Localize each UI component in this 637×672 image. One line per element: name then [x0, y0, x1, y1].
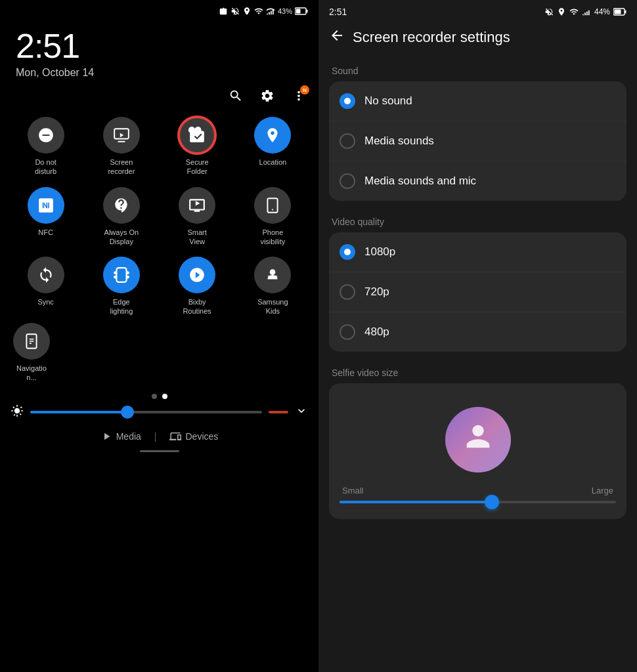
- nfc-icon: [28, 187, 64, 224]
- selfie-slider-thumb[interactable]: [485, 495, 499, 509]
- option-text-no-sound: No sound: [364, 94, 412, 108]
- tile-label-location: Location: [259, 158, 287, 167]
- brightness-bar: [0, 399, 318, 425]
- svg-point-9: [272, 209, 273, 210]
- tile-location[interactable]: Location: [240, 117, 305, 177]
- top-action-icons: N: [0, 81, 318, 110]
- size-labels: Small Large: [340, 486, 616, 495]
- tile-label-dnd: Do notdisturb: [35, 158, 56, 177]
- page-title: Screen recorder settings: [353, 29, 510, 46]
- tile-screen-recorder[interactable]: Screenrecorder: [89, 117, 154, 177]
- battery-text-right: 44%: [594, 7, 610, 16]
- tile-nfc[interactable]: NFC: [13, 187, 78, 247]
- sound-option-media-mic[interactable]: Media sounds and mic: [329, 161, 626, 201]
- sound-option-media[interactable]: Media sounds: [329, 121, 626, 161]
- secure-folder-icon: [179, 117, 215, 154]
- edge-lighting-icon: [103, 257, 140, 293]
- radio-720p[interactable]: [340, 284, 355, 300]
- tile-secure-folder[interactable]: SecureFolder: [165, 117, 230, 177]
- tile-do-not-disturb[interactable]: Do notdisturb: [13, 117, 78, 177]
- tile-label-nfc: NFC: [38, 228, 53, 237]
- video-option-1080[interactable]: 1080p: [329, 232, 626, 272]
- notification-badge: N: [300, 85, 309, 94]
- settings-button[interactable]: [258, 87, 276, 105]
- brightness-thumb[interactable]: [121, 406, 134, 419]
- tile-label-samsung-kids: SamsungKids: [257, 297, 288, 316]
- sound-option-no-sound[interactable]: No sound: [329, 81, 626, 121]
- svg-rect-0: [267, 14, 268, 15]
- video-option-480[interactable]: 480p: [329, 312, 626, 352]
- search-button[interactable]: [227, 87, 245, 105]
- video-option-720[interactable]: 720p: [329, 272, 626, 312]
- svg-point-12: [268, 276, 270, 278]
- tile-smart-view[interactable]: SmartView: [165, 187, 230, 247]
- media-label: Media: [116, 431, 141, 442]
- tile-edge-lighting[interactable]: Edgelighting: [89, 257, 154, 316]
- tile-sync[interactable]: Sync: [13, 257, 78, 316]
- phone-visibility-icon: [254, 187, 291, 224]
- brightness-fill: [30, 411, 127, 413]
- devices-button[interactable]: Devices: [169, 430, 218, 442]
- radio-1080p[interactable]: [340, 244, 355, 260]
- svg-rect-20: [625, 10, 626, 14]
- media-button[interactable]: Media: [100, 430, 141, 442]
- svg-rect-16: [584, 12, 586, 15]
- selfie-size-card: Small Large: [329, 383, 626, 519]
- tile-phone-visibility[interactable]: Phonevisibility: [240, 187, 305, 247]
- radio-media-sounds[interactable]: [340, 133, 355, 149]
- back-button[interactable]: [329, 28, 345, 47]
- tile-samsung-kids[interactable]: SamsungKids: [240, 257, 305, 316]
- tile-label-secure-folder: SecureFolder: [186, 158, 209, 177]
- tile-label-bixby-routines: BixbyRoutines: [183, 297, 211, 316]
- brightness-icon: [11, 404, 24, 420]
- radio-media-mic[interactable]: [340, 173, 355, 189]
- option-text-1080p: 1080p: [364, 245, 395, 259]
- brightness-end: [269, 411, 288, 413]
- svg-rect-21: [615, 10, 621, 14]
- clock-date: Mon, October 14: [16, 67, 303, 79]
- tile-label-edge-lighting: Edgelighting: [110, 297, 133, 316]
- svg-rect-15: [582, 14, 584, 16]
- navigation-icon: [13, 323, 50, 360]
- tile-label-smart-view: SmartView: [187, 228, 206, 247]
- svg-rect-6: [296, 9, 301, 14]
- svg-rect-7: [114, 129, 129, 138]
- brightness-slider[interactable]: [30, 411, 262, 413]
- smart-view-icon: [179, 187, 215, 224]
- size-large-label: Large: [592, 486, 613, 495]
- tile-navigation[interactable]: Navigation...: [13, 323, 50, 383]
- selfie-size-slider[interactable]: [340, 501, 616, 503]
- option-text-media: Media sounds: [364, 135, 434, 148]
- page-dot-2: [162, 394, 167, 399]
- option-text-media-mic: Media sounds and mic: [364, 175, 476, 188]
- left-panel: 43% 2:51 Mon, October 14 N Do notdisturb: [0, 0, 318, 672]
- video-section-label: Video quality: [329, 211, 626, 232]
- radio-inner-1080p: [344, 249, 351, 255]
- svg-rect-8: [268, 198, 278, 213]
- tile-label-sync: Sync: [37, 297, 53, 306]
- sync-icon: [28, 257, 64, 293]
- more-options-button[interactable]: N: [290, 87, 308, 105]
- chevron-down-icon[interactable]: [295, 404, 308, 420]
- svg-point-11: [270, 270, 276, 276]
- radio-inner-no-sound: [344, 98, 351, 104]
- avatar-circle: [445, 407, 511, 472]
- screen-recorder-icon: [103, 117, 140, 154]
- status-icons-left: 43%: [219, 7, 308, 16]
- battery-text-left: 43%: [278, 7, 292, 15]
- size-small-label: Small: [342, 486, 364, 495]
- radio-480p[interactable]: [340, 324, 355, 340]
- tile-label-aod: Always OnDisplay: [104, 228, 139, 247]
- tile-bixby-routines[interactable]: BixbyRoutines: [165, 257, 230, 316]
- svg-rect-5: [307, 10, 308, 13]
- selfie-section-label: Selfie video size: [329, 362, 626, 383]
- clock-display: 2:51 Mon, October 14: [0, 18, 318, 81]
- tile-label-screen-recorder: Screenrecorder: [108, 158, 135, 177]
- right-panel: 2:51 44% Screen recorder settings Sound …: [318, 0, 637, 672]
- bottom-bar: [140, 450, 179, 452]
- svg-rect-10: [116, 268, 126, 282]
- tile-always-on-display[interactable]: Always OnDisplay: [89, 187, 154, 247]
- radio-no-sound[interactable]: [340, 93, 355, 109]
- page-dots: [0, 394, 318, 399]
- sound-options-card: No sound Media sounds Media sounds and m…: [329, 81, 626, 201]
